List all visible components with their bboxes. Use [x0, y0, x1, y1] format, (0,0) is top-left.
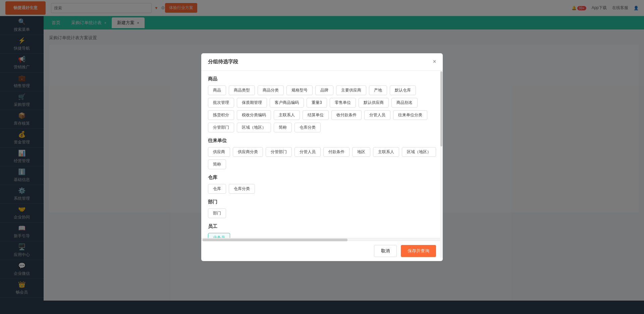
field-tag[interactable]: 重量3: [307, 98, 327, 108]
section-title-department: 部门: [208, 199, 436, 205]
field-tag[interactable]: 收付款条件: [331, 110, 362, 120]
cancel-button[interactable]: 取消: [374, 245, 397, 257]
field-tags-employee: 业务员: [208, 233, 436, 238]
field-tag[interactable]: 供应商分类: [233, 147, 263, 157]
field-tag[interactable]: 主联系人: [373, 147, 399, 157]
hscroll-thumb: [203, 239, 347, 241]
field-tag[interactable]: 客户商品编码: [270, 98, 304, 108]
field-tag[interactable]: 商品: [208, 85, 226, 95]
field-tag[interactable]: 仓库分类: [229, 184, 255, 194]
field-tag[interactable]: 仓库: [208, 184, 226, 194]
field-selection-modal: 分组待选字段 × 商品 商品 商品类型 商品分类 规格型号 品牌 主要供应商 产…: [201, 53, 443, 261]
modal-body[interactable]: 商品 商品 商品类型 商品分类 规格型号 品牌 主要供应商 产地 默认仓库 批次…: [201, 71, 443, 238]
confirm-button[interactable]: 保存并查询: [401, 245, 436, 257]
section-title-employee: 员工: [208, 224, 436, 230]
field-tag[interactable]: 商品别名: [391, 98, 418, 108]
section-title-goods: 商品: [208, 76, 436, 82]
field-tag[interactable]: 付款条件: [323, 147, 350, 157]
field-tag[interactable]: 部门: [208, 208, 226, 218]
field-tag[interactable]: 分管人员: [364, 110, 390, 120]
field-tag[interactable]: 默认供应商: [359, 98, 389, 108]
modal-header: 分组待选字段 ×: [201, 53, 443, 71]
field-tag[interactable]: 商品类型: [229, 85, 255, 95]
section-title-warehouse: 仓库: [208, 175, 436, 181]
section-partner: 往来单位 供应商 供应商分类 分管部门 分管人员 付款条件 地区 主联系人 区域…: [208, 138, 436, 169]
modal-hscroll[interactable]: [201, 238, 443, 241]
field-tag[interactable]: 品牌: [315, 85, 333, 95]
modal-footer: 取消 保存并查询: [201, 241, 443, 261]
section-title-partner: 往来单位: [208, 138, 436, 144]
section-employee: 员工 业务员: [208, 224, 436, 238]
field-tags-department: 部门: [208, 208, 436, 218]
section-department: 部门 部门: [208, 199, 436, 218]
modal-title: 分组待选字段: [208, 59, 238, 65]
vscroll-thumb: [440, 71, 442, 146]
field-tag[interactable]: 结算单位: [303, 110, 329, 120]
modal-close-button[interactable]: ×: [433, 59, 436, 65]
field-tag[interactable]: 区域（地区）: [237, 123, 271, 132]
section-goods: 商品 商品 商品类型 商品分类 规格型号 品牌 主要供应商 产地 默认仓库 批次…: [208, 76, 436, 132]
field-tag[interactable]: 主联系人: [274, 110, 300, 120]
field-tag[interactable]: 地区: [352, 147, 370, 157]
modal-overlay: 分组待选字段 × 商品 商品 商品类型 商品分类 规格型号 品牌 主要供应商 产…: [0, 0, 644, 314]
field-tags-partner: 供应商 供应商分类 分管部门 分管人员 付款条件 地区 主联系人 区域（地区） …: [208, 147, 436, 169]
field-tag[interactable]: 仓库分类: [294, 123, 321, 132]
field-tag[interactable]: 拣货积分: [208, 110, 234, 120]
field-tag[interactable]: 往来单位分类: [393, 110, 427, 120]
field-tag[interactable]: 规格型号: [286, 85, 313, 95]
field-tag[interactable]: 批次管理: [208, 98, 234, 108]
field-tag[interactable]: 主要供应商: [336, 85, 366, 95]
field-tag[interactable]: 商品分类: [258, 85, 284, 95]
field-tags-warehouse: 仓库 仓库分类: [208, 184, 436, 194]
field-tag[interactable]: 简称: [274, 123, 292, 132]
field-tag[interactable]: 默认仓库: [390, 85, 416, 95]
field-tag[interactable]: 税收分类编码: [237, 110, 271, 120]
field-tag[interactable]: 零售单位: [330, 98, 356, 108]
field-tag-selected[interactable]: 业务员: [208, 233, 230, 238]
field-tag[interactable]: 分管部门: [266, 147, 292, 157]
section-warehouse: 仓库 仓库 仓库分类: [208, 175, 436, 194]
field-tag[interactable]: 简称: [208, 160, 226, 169]
field-tag[interactable]: 产地: [369, 85, 387, 95]
modal-vscroll[interactable]: [440, 70, 443, 258]
field-tag[interactable]: 供应商: [208, 147, 230, 157]
field-tag[interactable]: 保质期管理: [237, 98, 267, 108]
field-tag[interactable]: 分管人员: [294, 147, 321, 157]
field-tags-goods: 商品 商品类型 商品分类 规格型号 品牌 主要供应商 产地 默认仓库 批次管理 …: [208, 85, 436, 132]
field-tag[interactable]: 分管部门: [208, 123, 234, 132]
field-tag[interactable]: 区域（地区）: [402, 147, 436, 157]
